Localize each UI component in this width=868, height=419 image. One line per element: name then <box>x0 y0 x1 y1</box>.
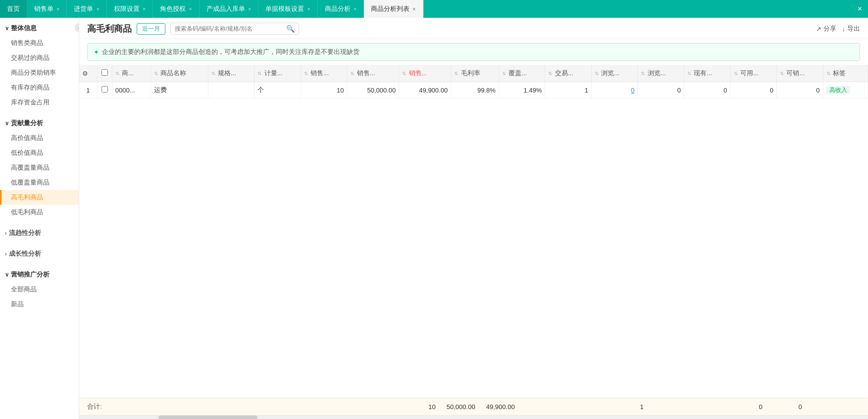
row-checkbox-cell[interactable] <box>97 82 112 98</box>
sidebar-section-trend-title[interactable]: › 流趋性分析 <box>0 226 79 240</box>
close-role-auth-icon[interactable]: × <box>189 6 192 12</box>
col-tag[interactable]: ⇅ 标签 <box>823 65 868 82</box>
row-gross-rate: 99.8% <box>451 82 499 98</box>
sidebar-item-high-value[interactable]: 高价值商品 <box>0 131 79 145</box>
share-button[interactable]: ↗ 分享 <box>816 24 836 33</box>
sort-icon-14: ⇅ <box>734 71 738 76</box>
arrow-right-icon: › <box>5 230 7 236</box>
sort-icon-7: ⇅ <box>402 71 406 76</box>
select-all-checkbox[interactable] <box>102 69 108 76</box>
sidebar-item-low-coverage[interactable]: 低覆盖量商品 <box>0 175 79 190</box>
col-sellable[interactable]: ⇅ 可销... <box>777 65 823 82</box>
sidebar-section-overview: ∨ 整体信息 销售类商品 交易过的商品 商品分类助销率 有库存的商品 库存资金占… <box>0 18 79 113</box>
sidebar-section-marketing-title[interactable]: ∨ 营销推广分析 <box>0 267 79 282</box>
sort-icon-12: ⇅ <box>641 71 645 76</box>
content-header: 高毛利商品 近一月 🔍 ↗ 分享 ↓ 导出 <box>79 18 868 39</box>
col-current[interactable]: ⇅ 现有... <box>684 65 731 82</box>
col-browse1[interactable]: ⇅ 浏览... <box>591 65 638 82</box>
sidebar-item-all-goods[interactable]: 全部商品 <box>0 282 79 297</box>
settings-icon: ⚙ <box>82 70 88 77</box>
arrow-down-icon-2: ∨ <box>5 120 9 127</box>
nav-product-storage[interactable]: 产成品入库单 × <box>200 0 258 18</box>
sidebar: « ∨ 整体信息 销售类商品 交易过的商品 商品分类助销率 有库存的商品 库存资… <box>0 18 79 419</box>
date-filter-button[interactable]: 近一月 <box>137 23 165 35</box>
close-template-icon[interactable]: × <box>307 6 310 12</box>
sidebar-item-high-margin[interactable]: 高毛利商品 <box>0 190 79 205</box>
arrow-down-icon: ∨ <box>5 25 9 32</box>
sidebar-item-traded-goods[interactable]: 交易过的商品 <box>0 50 79 65</box>
horizontal-scrollbar[interactable] <box>79 415 868 419</box>
col-name[interactable]: ⇅ 商品名称 <box>151 65 208 82</box>
search-input[interactable] <box>175 25 286 32</box>
scrollbar-thumb[interactable] <box>158 416 257 419</box>
col-gross-rate[interactable]: ⇅ 毛利率 <box>451 65 499 82</box>
sidebar-section-growth-title[interactable]: › 成长性分析 <box>0 246 79 261</box>
sidebar-item-high-coverage[interactable]: 高覆盖量商品 <box>0 160 79 175</box>
row-sales3: 49,900.00 <box>399 82 451 98</box>
sort-icon-2: ⇅ <box>154 71 158 76</box>
row-browse1[interactable]: 0 <box>591 82 638 98</box>
col-sales3[interactable]: ⇅ 销售... <box>399 65 451 82</box>
export-button[interactable]: ↓ 导出 <box>842 24 861 33</box>
sort-icon-4: ⇅ <box>257 71 261 76</box>
col-unit[interactable]: ⇅ 计量... <box>255 65 301 82</box>
sidebar-item-category-assist-rate[interactable]: 商品分类助销率 <box>0 65 79 80</box>
search-icon[interactable]: 🔍 <box>286 25 295 33</box>
sidebar-item-in-stock-goods[interactable]: 有库存的商品 <box>0 80 79 95</box>
search-box: 🔍 <box>170 23 299 35</box>
col-transactions[interactable]: ⇅ 交易... <box>545 65 592 82</box>
table-container[interactable]: ⚙ ⇅ 商... ⇅ 商品名称 <box>79 65 868 398</box>
row-name: 运费 <box>151 82 208 98</box>
nav-product-analysis-list[interactable]: 商品分析列表 × <box>364 0 423 18</box>
col-browse2[interactable]: ⇅ 浏览... <box>638 65 684 82</box>
row-spec <box>208 82 255 98</box>
close-product-analysis-list-icon[interactable]: × <box>412 6 415 12</box>
sort-icon-5: ⇅ <box>304 71 308 76</box>
close-permission-icon[interactable]: × <box>143 6 146 12</box>
content-area: 高毛利商品 近一月 🔍 ↗ 分享 ↓ 导出 ✦ 企业的主要的利润都是这部分商品创… <box>79 18 868 419</box>
sidebar-section-overview-title[interactable]: ∨ 整体信息 <box>0 21 79 36</box>
col-settings[interactable]: ⚙ <box>79 65 97 82</box>
export-icon: ↓ <box>842 25 846 33</box>
sidebar-item-low-margin[interactable]: 低毛利商品 <box>0 205 79 220</box>
row-checkbox[interactable] <box>102 86 108 93</box>
sort-icon-15: ⇅ <box>780 71 784 76</box>
sidebar-section-contribution-title[interactable]: ∨ 贡献量分析 <box>0 116 79 131</box>
col-code[interactable]: ⇅ 商... <box>112 65 151 82</box>
footer-current: 0 <box>726 403 766 411</box>
close-product-storage-icon[interactable]: × <box>248 6 251 12</box>
col-spec[interactable]: ⇅ 规格... <box>208 65 255 82</box>
sidebar-item-stock-capital[interactable]: 库存资金占用 <box>0 95 79 110</box>
sidebar-item-sales-goods[interactable]: 销售类商品 <box>0 36 79 50</box>
nav-home[interactable]: 首页 <box>0 0 27 18</box>
nav-role-auth[interactable]: 角色授权 × <box>153 0 199 18</box>
row-sales2: 50,000.00 <box>347 82 399 98</box>
sort-icon-9: ⇅ <box>502 71 506 76</box>
sidebar-item-low-value[interactable]: 低价值商品 <box>0 145 79 160</box>
sort-icon-10: ⇅ <box>548 71 552 76</box>
sort-icon-11: ⇅ <box>595 71 599 76</box>
col-coverage[interactable]: ⇅ 覆盖... <box>499 65 545 82</box>
page-title: 高毛利商品 <box>87 23 132 35</box>
sort-icon-3: ⇅ <box>211 71 215 76</box>
nav-purchase-order[interactable]: 进货单 × <box>67 0 106 18</box>
main-layout: « ∨ 整体信息 销售类商品 交易过的商品 商品分类助销率 有库存的商品 库存资… <box>0 18 868 419</box>
nav-sales-order[interactable]: 销售单 × <box>27 0 67 18</box>
col-available[interactable]: ⇅ 可用... <box>730 65 777 82</box>
close-purchase-order-icon[interactable]: × <box>96 6 99 12</box>
close-sales-order-icon[interactable]: × <box>56 6 59 12</box>
footer-sales3: 49,900.00 <box>478 403 518 411</box>
nav-product-analysis[interactable]: 商品分析 × <box>318 0 364 18</box>
close-product-analysis-icon[interactable]: × <box>354 6 357 12</box>
nav-template-settings[interactable]: 单据模板设置 × <box>258 0 317 18</box>
arrow-down-icon-3: ∨ <box>5 272 9 278</box>
sort-icon-13: ⇅ <box>687 71 691 76</box>
close-all-button[interactable]: × <box>858 4 862 13</box>
col-sales1[interactable]: ⇅ 销售... <box>301 65 347 82</box>
sidebar-item-new-goods[interactable]: 新品 <box>0 297 79 312</box>
nav-permission-settings[interactable]: 权限设置 × <box>107 0 153 18</box>
col-checkbox[interactable] <box>97 65 112 82</box>
col-sales2[interactable]: ⇅ 销售... <box>347 65 399 82</box>
sort-icon-16: ⇅ <box>826 71 830 76</box>
row-transactions: 1 <box>545 82 592 98</box>
